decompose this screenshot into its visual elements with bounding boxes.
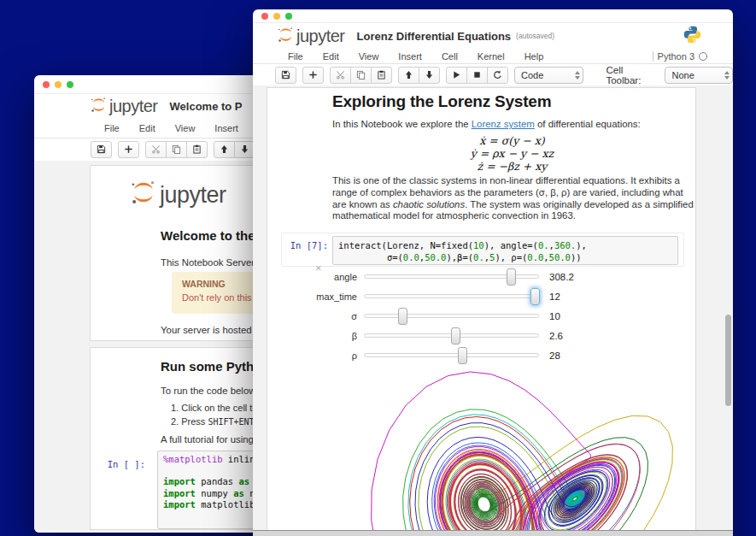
paste-cell-icon: [377, 69, 386, 82]
slider-track-β[interactable]: [364, 333, 539, 338]
toolbar-button-group: [214, 141, 255, 158]
menu-item-edit[interactable]: Edit: [323, 51, 339, 62]
menu-item-cell[interactable]: Cell: [442, 51, 458, 62]
paste-cell-button[interactable]: [371, 67, 392, 84]
add-cell-button[interactable]: [118, 141, 139, 158]
toolbar-button-group: [398, 67, 440, 84]
menu-item-edit[interactable]: Edit: [139, 123, 155, 133]
copy-cell-button[interactable]: [166, 141, 187, 158]
move-up-button[interactable]: [214, 141, 235, 158]
move-up-icon: [404, 69, 413, 82]
widget-slider-row: max_time12: [274, 286, 574, 306]
add-cell-icon: [308, 69, 318, 82]
move-down-icon: [425, 69, 434, 82]
zoom-window-icon[interactable]: [285, 13, 292, 20]
move-down-icon: [240, 144, 249, 156]
save-button[interactable]: [275, 67, 296, 84]
slider-handle[interactable]: [507, 268, 516, 286]
equation-line: ż = −βz + xy: [332, 160, 692, 173]
menu-item-view[interactable]: View: [175, 123, 196, 133]
menu-item-view[interactable]: View: [359, 51, 379, 62]
interrupt-kernel-button[interactable]: [466, 67, 488, 84]
notebook-title[interactable]: Lorenz Differential Equations: [357, 30, 512, 43]
select-stepper-icon: [575, 71, 580, 80]
equation-line: ẋ = σ(y − x): [332, 134, 692, 147]
jupyter-logo-text: jupyter: [160, 182, 226, 209]
slider-readout: 308.2: [549, 272, 574, 282]
menu-item-file[interactable]: File: [288, 51, 303, 62]
scrollbar-thumb[interactable]: [725, 315, 731, 406]
cut-cell-icon: [336, 69, 345, 82]
slider-track-angle[interactable]: [364, 274, 539, 279]
kernel-name: Python 3: [658, 51, 694, 62]
intro-paragraph: In this Notebook we explore the Lorenz s…: [332, 119, 691, 131]
cell-prompt: In [ ]:: [94, 459, 145, 469]
cell-toolbar-select[interactable]: None: [665, 67, 733, 84]
run-cell-icon: [452, 69, 461, 82]
lorenz-system-link[interactable]: Lorenz system: [472, 119, 535, 129]
code-cell[interactable]: In [7]: interact(Lorenz, N=fixed(10), an…: [281, 233, 684, 267]
menu-item-kernel[interactable]: Kernel: [478, 51, 505, 62]
widget-slider-row: angle308.2: [274, 267, 574, 286]
slider-handle[interactable]: [458, 347, 467, 364]
run-cell-button[interactable]: [446, 67, 467, 84]
move-up-button[interactable]: [398, 67, 419, 84]
menu-item-file[interactable]: File: [104, 123, 120, 133]
toolbar-button-group: [275, 67, 296, 84]
interrupt-kernel-icon: [472, 69, 482, 82]
list-text: Press: [181, 416, 208, 427]
cut-cell-button[interactable]: [330, 67, 351, 84]
slider-handle[interactable]: [398, 308, 407, 325]
slider-label: max_time: [274, 292, 364, 302]
close-window-icon[interactable]: [261, 13, 268, 20]
menu-item-help[interactable]: Help: [525, 51, 544, 62]
jupyter-logo-text: jupyter: [109, 97, 158, 116]
notebook-page: Exploring the Lorenz System In this Note…: [267, 87, 696, 536]
slider-track-max_time[interactable]: [364, 294, 539, 298]
description-paragraph: This is one of the classic systems in no…: [332, 175, 698, 222]
jupyter-icon: [131, 180, 156, 209]
slider-handle[interactable]: [530, 288, 540, 305]
menu-item-insert[interactable]: Insert: [214, 123, 238, 133]
slider-handle[interactable]: [451, 327, 460, 345]
traffic-lights: [261, 13, 292, 20]
equation-block: ẋ = σ(y − x) ẏ = ρx − y − xz ż = −βz + x…: [332, 134, 692, 173]
jupyter-logo[interactable]: jupyter: [278, 27, 345, 46]
minimize-window-icon[interactable]: [55, 81, 62, 88]
welcome-heading: Welcome to the: [161, 228, 255, 243]
traffic-lights: [43, 81, 73, 88]
code-line: σ=(0.0,50.0),β=(0.,5), ρ=(0.0,50.0)): [338, 251, 672, 263]
paste-cell-button[interactable]: [186, 141, 208, 158]
slider-readout: 12: [549, 292, 560, 302]
toolbar-button-group: [302, 67, 324, 84]
close-window-icon[interactable]: [43, 81, 50, 88]
jupyter-logo[interactable]: jupyter: [91, 97, 158, 116]
restart-kernel-button[interactable]: [487, 67, 508, 84]
minimize-window-icon[interactable]: [273, 13, 280, 20]
desktop: { "colors": { "desktop_bg": "#031080", "…: [0, 0, 756, 536]
notebook-header: jupyter Lorenz Differential Equations (a…: [253, 23, 733, 49]
code-editor[interactable]: interact(Lorenz, N=fixed(10), angle=(0.,…: [332, 236, 678, 265]
slider-track-σ[interactable]: [364, 314, 539, 318]
paragraph: To run the code below:: [161, 386, 259, 398]
slider-label: β: [274, 331, 364, 341]
jupyter-icon: [91, 97, 107, 116]
cut-cell-button[interactable]: [145, 141, 167, 158]
add-cell-button[interactable]: [302, 67, 324, 84]
jupyter-logo-text: jupyter: [296, 27, 345, 46]
slider-track-ρ[interactable]: [364, 353, 539, 357]
move-down-button[interactable]: [419, 67, 440, 84]
cell-type-value: Code: [521, 70, 543, 80]
code-line: interact(Lorenz, N=fixed(10), angle=(0.,…: [338, 239, 672, 251]
copy-cell-button[interactable]: [350, 67, 372, 84]
slider-readout: 28: [549, 350, 560, 361]
list-number: 1.: [171, 403, 179, 413]
menu-items: FileEditViewInsertCellKernelHelp: [288, 51, 543, 62]
toolbar-buttons: [275, 67, 514, 84]
cell-type-select[interactable]: Code: [514, 67, 583, 84]
notebook-title[interactable]: Welcome to P: [170, 100, 243, 113]
save-button[interactable]: [91, 141, 112, 158]
zoom-window-icon[interactable]: [67, 81, 73, 88]
menu-item-insert[interactable]: Insert: [398, 51, 422, 62]
menu-bar: FileEditViewInsertCellKernelHelp Python …: [253, 49, 733, 64]
